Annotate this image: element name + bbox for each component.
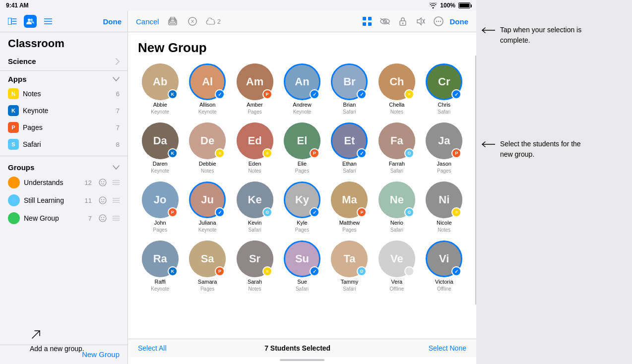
student-name: Andrew (293, 102, 311, 108)
reorder-icon (113, 180, 120, 185)
sidebar-group-item[interactable]: New Group 7 (0, 209, 127, 227)
student-item[interactable]: El P Elie Pages (280, 122, 324, 174)
student-item[interactable]: Ky ✓ Kyle Pages (280, 182, 324, 233)
student-item[interactable]: Da K Daren Keynote (138, 122, 182, 174)
selected-badge: ✓ (451, 89, 461, 99)
sidebar-app-item[interactable]: K Keynote 7 (0, 102, 127, 119)
student-item[interactable]: Ab K Abbie Keynote (138, 63, 182, 115)
student-item[interactable]: Ma P Matthew Pages (327, 182, 372, 233)
group-name: Still Learning (24, 196, 81, 204)
student-name: Chella (389, 102, 404, 108)
selected-count: 7 Students Selected (264, 344, 330, 352)
compass-icon[interactable] (186, 15, 199, 28)
visibility-icon[interactable] (379, 15, 391, 28)
mute-icon[interactable] (414, 15, 427, 28)
student-item[interactable]: Ch ≡ Chella Notes (375, 63, 419, 115)
student-item[interactable]: De ≡ Debbie Notes (185, 122, 229, 174)
selected-badge: ✓ (310, 207, 319, 217)
more-icon[interactable] (432, 15, 445, 28)
student-app: Keynote (151, 109, 169, 115)
student-item[interactable]: An ✓ Andrew Keynote (280, 63, 324, 115)
layers-icon[interactable] (166, 15, 179, 28)
student-item[interactable]: Sr ≡ Sarah Notes (233, 241, 277, 292)
apps-chevron-icon[interactable] (113, 77, 120, 82)
grid-icon[interactable] (361, 15, 374, 28)
apps-list: N Notes 6 K Keynote 7 P Pages 7 S Safari… (0, 85, 127, 153)
group-count: 11 (85, 197, 92, 204)
student-item[interactable]: Ve Vera Offline (375, 241, 419, 292)
student-item[interactable]: Ni ≡ Nicole Notes (422, 182, 466, 233)
svg-point-15 (99, 197, 106, 204)
done-button[interactable]: Done (450, 17, 469, 26)
annotation-bottom-area: Add a new group. (30, 326, 139, 354)
student-app: Pages (295, 168, 309, 174)
svg-point-16 (101, 199, 102, 200)
student-app: Notes (201, 168, 214, 174)
sidebar-group-item[interactable]: Still Learning 11 (0, 191, 127, 209)
student-item[interactable]: Al ✓ Allison Keynote (185, 63, 229, 115)
groups-section-header: Groups (0, 159, 127, 174)
student-app: Safari (296, 286, 309, 292)
student-name: Nicole (437, 220, 452, 226)
svg-rect-34 (368, 22, 372, 26)
student-item[interactable]: Am P Amber Pages (233, 63, 277, 115)
smiley-icon (99, 196, 107, 204)
student-app: Pages (295, 227, 309, 233)
select-none-button[interactable]: Select None (429, 344, 466, 352)
student-item[interactable]: Ne ⊙ Nerio Safari (375, 182, 419, 233)
student-name: Elie (298, 161, 307, 167)
group-avatar (8, 177, 20, 188)
student-item[interactable]: Ed ≡ Eden Notes (233, 122, 277, 174)
page-wrapper: 9:41 AM 100% (0, 0, 632, 364)
science-item[interactable]: Science (0, 52, 127, 71)
svg-rect-0 (8, 18, 11, 25)
students-grid: Ab K Abbie Keynote Al ✓ Allison Keynote (138, 63, 466, 300)
sidebar-app-item[interactable]: N Notes 6 (0, 85, 127, 102)
student-item[interactable]: Ja P Jason Pages (422, 122, 466, 174)
student-app: Safari (390, 168, 403, 174)
svg-rect-33 (363, 22, 366, 26)
lock-icon[interactable] (396, 15, 409, 28)
select-all-button[interactable]: Select All (138, 344, 167, 352)
student-item[interactable]: Vi ✓ Victoria Offline (422, 241, 466, 292)
student-name: Ethan (342, 161, 357, 167)
selected-badge: ✓ (310, 266, 319, 276)
groups-chevron-icon[interactable] (113, 165, 120, 170)
annotation-top: Tap when your selection is complete. (481, 25, 595, 46)
student-app: Safari (390, 227, 403, 233)
student-app: Keynote (151, 168, 169, 174)
people-icon[interactable] (24, 15, 37, 28)
student-item[interactable]: Ra K Raffi Keynote (138, 241, 182, 292)
sidebar-header-icons (6, 15, 55, 28)
student-item[interactable]: Et ✓ Ethan Safari (327, 122, 372, 174)
student-item[interactable]: Su ✓ Sue Safari (280, 241, 324, 292)
chevron-right-icon (116, 58, 120, 65)
app-badge: ⊙ (404, 148, 414, 158)
student-item[interactable]: Cr ✓ Chris Safari (422, 63, 466, 115)
student-item[interactable]: Fa ⊙ Farrah Safari (375, 122, 419, 174)
student-app: Notes (249, 286, 261, 292)
annotations-area: Tap when your selection is complete. Sel… (476, 0, 632, 364)
svg-point-23 (104, 217, 105, 218)
student-name: Abbie (153, 102, 167, 108)
sidebar-toggle-icon[interactable] (6, 15, 19, 28)
student-item[interactable]: Ta ⊙ Tammy Safari (327, 241, 372, 292)
student-item[interactable]: Br ✓ Brian Safari (327, 63, 372, 115)
student-item[interactable]: Ke ⊙ Kevin Safari (233, 182, 277, 233)
student-name: Samara (198, 279, 217, 285)
app-icon: P (8, 122, 19, 133)
student-item[interactable]: Sa P Samara Pages (185, 241, 229, 292)
list-icon[interactable] (42, 15, 55, 28)
sidebar-app-item[interactable]: S Safari 8 (0, 136, 127, 153)
cancel-button[interactable]: Cancel (136, 17, 159, 26)
student-item[interactable]: Ju ✓ Juliana Keynote (185, 182, 229, 233)
groups-list: Understands 12 Still Learning 11 (0, 174, 127, 227)
cloud-icon[interactable]: 2 (206, 17, 221, 25)
student-name: Daren (153, 161, 168, 167)
student-item[interactable]: Jo P John Pages (138, 182, 182, 233)
sidebar-app-item[interactable]: P Pages 7 (0, 119, 127, 136)
sidebar-done-button[interactable]: Done (103, 17, 122, 26)
battery-icon (458, 2, 470, 8)
svg-point-39 (402, 23, 403, 24)
sidebar-group-item[interactable]: Understands 12 (0, 174, 127, 191)
